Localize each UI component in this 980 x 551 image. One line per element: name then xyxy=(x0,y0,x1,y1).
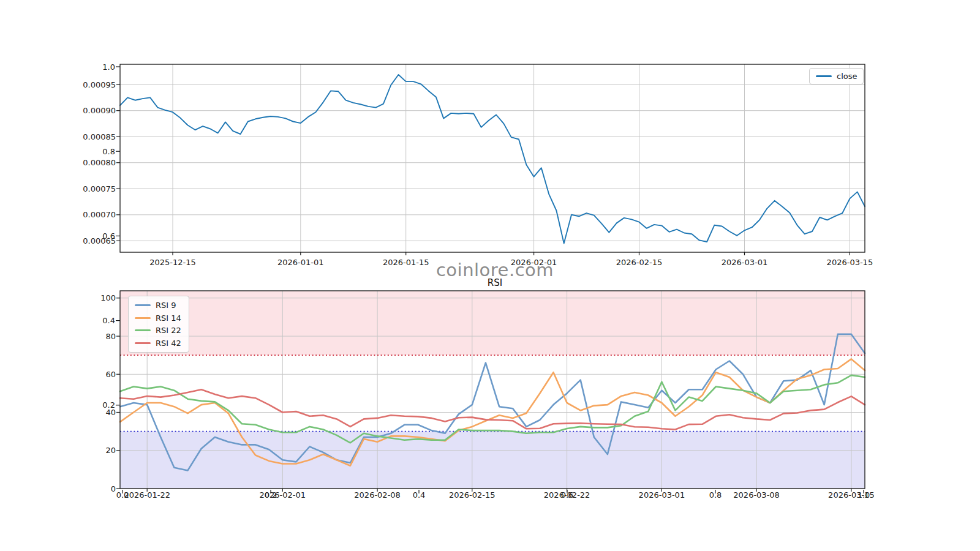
bg-axis-y-label: 0.4 xyxy=(102,316,115,325)
rsi-panel-title: RSI xyxy=(125,279,865,288)
y-tick-label: 0.00095 xyxy=(83,80,116,89)
rsi-legend-label: RSI 14 xyxy=(156,313,181,323)
y-tick-label: 40 xyxy=(105,408,116,417)
rsi-legend-row: RSI 9 xyxy=(135,300,181,311)
bg-axis-x-label: 0.8 xyxy=(709,490,722,500)
y-tick-label: 60 xyxy=(105,370,116,379)
bg-axis-x-label: 0.4 xyxy=(413,490,426,500)
y-tick-label: 0.00090 xyxy=(83,106,116,115)
oversold-band xyxy=(120,432,865,489)
y-tick-label: 80 xyxy=(105,332,116,341)
x-tick-label: 2026-03-08 xyxy=(733,490,780,500)
rsi-line-sample xyxy=(135,317,151,319)
close-line-sample xyxy=(816,75,832,77)
x-tick-label: 2026-02-08 xyxy=(354,490,401,500)
y-tick-label: 100 xyxy=(100,293,116,302)
x-tick-label: 2026-02-15 xyxy=(449,490,496,500)
y-tick-label: 0.00080 xyxy=(83,158,116,167)
y-tick-label: 0.00075 xyxy=(83,184,116,193)
plot-background xyxy=(120,64,865,252)
x-tick-label: 2026-02-01 xyxy=(260,490,306,500)
watermark: coinlore.com xyxy=(125,261,865,279)
y-tick-label: 0.00085 xyxy=(83,132,116,141)
y-tick-label: 0 xyxy=(111,484,116,493)
overbought-band xyxy=(120,291,865,355)
x-tick-label: 2026-01-22 xyxy=(124,490,170,500)
rsi-legend-row: RSI 22 xyxy=(135,325,181,336)
x-tick-label: 2026-03-01 xyxy=(639,490,685,500)
rsi-line-sample xyxy=(135,304,151,306)
y-tick-label: 0.00065 xyxy=(83,236,116,246)
rsi-legend-row: RSI 14 xyxy=(135,313,181,324)
rsi-line-sample xyxy=(135,342,151,344)
x-tick-label: 2026-03-15 xyxy=(828,490,875,500)
y-tick-label: 20 xyxy=(105,446,116,455)
rsi-line-sample xyxy=(135,329,151,331)
y-tick-label: 0.00070 xyxy=(83,210,116,219)
rsi-legend-row: RSI 42 xyxy=(135,338,181,349)
rsi-legend-label: RSI 9 xyxy=(156,301,176,310)
price-legend: close xyxy=(809,68,864,84)
price-legend-label: close xyxy=(837,72,857,81)
figure: 1.00.80.60.40.20.00.20.40.60.81.02025-12… xyxy=(0,0,980,551)
rsi-legend-label: RSI 22 xyxy=(156,326,181,335)
rsi-legend-label: RSI 42 xyxy=(156,339,181,348)
bg-axis-y-label: 0.8 xyxy=(102,147,115,156)
rsi-legend: RSI 9RSI 14RSI 22RSI 42 xyxy=(128,296,189,353)
x-tick-label: 2026-02-22 xyxy=(544,490,590,500)
bg-axis-y-label: 1.0 xyxy=(102,62,115,72)
